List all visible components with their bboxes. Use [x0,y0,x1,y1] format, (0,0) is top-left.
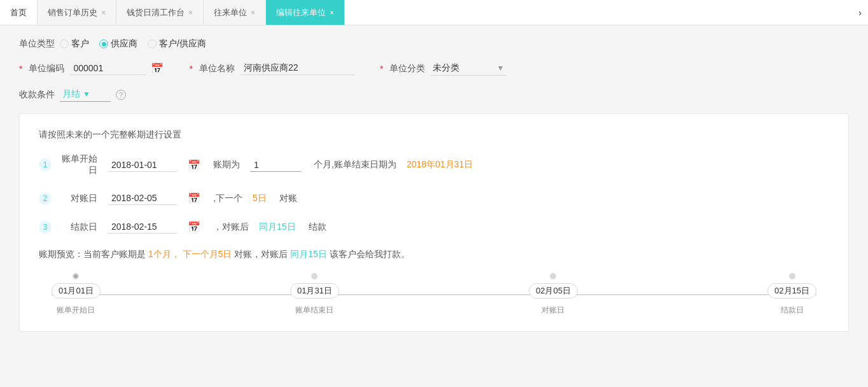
step-suffix-3-pre: ，对账后 [213,222,249,233]
timeline-dot-start [73,273,79,279]
payment-condition-field: 收款条件 月结 ▼ ? [19,87,126,102]
step-suffix-2-post: 对账 [279,193,297,204]
step-suffix-2-pre: ,下一个 [213,193,242,204]
required-star-2: * [189,64,192,74]
unit-category-label: 单位分类 [389,63,425,74]
timeline-dot-4 [789,273,795,279]
unit-type-label: 单位类型 [19,38,55,50]
main-content: 单位类型 客户 供应商 客户/供应商 * 单位编码 [0,25,868,387]
step-row-3: 3 结款日 📅 ，对账后 同月15日 结款 [39,220,829,234]
unit-name-label: 单位名称 [199,63,235,74]
radio-label-customer: 客户 [71,38,89,50]
unit-type-field: 单位类型 客户 供应商 客户/供应商 [19,38,206,50]
calendar-icon-2[interactable]: 📅 [188,192,200,204]
payment-condition-select[interactable]: 月结 ▼ [60,87,111,102]
tab-cash-work[interactable]: 钱货日清工作台 × [116,0,204,25]
settings-card: 请按照未来的一个完整帐期进行设置 1 账单开始日 📅 账期为 个月,账单结束日期… [19,113,849,332]
step-period-prefix: 账期为 [213,159,240,171]
radio-circle-both [148,39,157,48]
preview-part2: 下一个月5日 [183,249,232,259]
radio-supplier[interactable]: 供应商 [99,38,137,50]
timeline-dot-2 [311,273,318,279]
calendar-icon-1[interactable]: 📅 [188,159,200,171]
chevron-right-icon: › [858,8,862,18]
timeline: 01月01日 账单开始日 01月31日 账单结束日 02月05日 对账日 [39,273,829,316]
unit-code-field: * 单位编码 📅 [19,62,164,75]
step-row-1: 1 账单开始日 📅 账期为 个月,账单结束日期为 2018年01月31日 [39,153,829,176]
close-icon[interactable]: × [251,8,255,17]
step-period-input[interactable] [250,158,301,172]
step-row-2: 2 对账日 📅 ,下一个 5日 对账 [39,192,829,205]
unit-type-row: 单位类型 客户 供应商 客户/供应商 [19,38,849,50]
card-description: 请按照未来的一个完整帐期进行设置 [39,129,829,141]
unit-code-input[interactable] [69,62,146,75]
period-end-date: 2018年01月31日 [407,159,473,171]
preview-mid: 对账，对账后 [234,249,288,259]
preview-text: 账期预览：当前客户账期是 1个月， 下一个月5日 对账，对账后 同月15日 该客… [39,249,829,260]
radio-group: 客户 供应商 客户/供应商 [60,38,206,50]
required-star-3: * [380,64,383,74]
timeline-label-4: 结款日 [781,305,804,316]
timeline-label-1: 账单开始日 [57,305,95,316]
step-period-suffix: 个月,账单结束日期为 [314,159,396,171]
unit-info-row: * 单位编码 📅 * 单位名称 * 单位分类 未分类 ▼ [19,61,849,76]
radio-customer[interactable]: 客户 [60,38,89,50]
help-icon[interactable]: ? [116,90,126,100]
close-icon[interactable]: × [330,8,334,17]
chevron-down-icon: ▼ [496,64,504,73]
calendar-icon-3[interactable]: 📅 [188,221,200,233]
timeline-node-reconcile: 02月05日 对账日 [529,273,578,316]
timeline-badge-3: 02月05日 [529,283,578,299]
radio-label-supplier: 供应商 [111,38,137,50]
step-num-2: 2 [39,192,52,205]
unit-name-field: * 单位名称 [189,62,354,75]
timeline-node-start: 01月01日 账单开始日 [52,273,101,316]
timeline-nodes: 01月01日 账单开始日 01月31日 账单结束日 02月05日 对账日 [52,273,816,316]
preview-end: 该客户会给我打款。 [330,249,410,259]
timeline-badge-4: 02月15日 [767,283,816,299]
unit-category-select[interactable]: 未分类 ▼ [430,61,507,76]
timeline-dot-3 [550,273,556,279]
payment-condition-row: 收款条件 月结 ▼ ? [19,87,849,102]
chevron-down-icon-2: ▼ [83,90,90,99]
tab-more[interactable]: › [852,0,868,25]
required-star: * [19,64,22,74]
step-suffix-3-highlight: 同月15日 [259,222,296,233]
radio-circle-customer [60,39,69,48]
payment-condition-value: 月结 [62,88,80,100]
tab-bar: 首页 销售订单历史 × 钱货日清工作台 × 往来单位 × 编辑往来单位 × › [0,0,868,25]
timeline-node-payment: 02月15日 结款日 [767,273,816,316]
step-date-input-1[interactable] [108,158,178,172]
tab-sales-history[interactable]: 销售订单历史 × [38,0,116,25]
step-num-1: 1 [39,158,52,171]
radio-both[interactable]: 客户/供应商 [148,38,206,50]
step-num-3: 3 [39,221,52,234]
unit-category-field: * 单位分类 未分类 ▼ [380,61,507,76]
step-date-input-2[interactable] [108,192,178,205]
tab-home[interactable]: 首页 [0,0,38,25]
calendar-icon[interactable]: 📅 [151,62,164,74]
close-icon[interactable]: × [101,8,106,17]
preview-label: 账期预览：当前客户账期是 [39,249,146,259]
step-suffix-3-post: 结款 [309,222,326,233]
unit-name-input[interactable] [240,62,354,75]
step-label-1: 账单开始日 [62,153,97,176]
payment-condition-label: 收款条件 [19,89,55,101]
step-label-3: 结款日 [62,222,97,233]
preview-part1: 1个月， [148,249,180,259]
timeline-node-end: 01月31日 账单结束日 [290,273,339,316]
step-label-2: 对账日 [62,193,97,204]
timeline-badge-2: 01月31日 [290,283,339,299]
radio-circle-supplier [99,39,108,48]
tab-edit-partner[interactable]: 编辑往来单位 × [266,0,345,25]
unit-category-value: 未分类 [433,62,494,74]
timeline-label-2: 账单结束日 [295,305,333,316]
unit-code-label: 单位编码 [29,63,64,74]
timeline-badge-1: 01月01日 [52,283,101,299]
tab-partners[interactable]: 往来单位 × [204,0,266,25]
close-icon[interactable]: × [188,8,193,17]
preview-part3: 同月15日 [290,249,327,259]
step-date-input-3[interactable] [108,220,178,234]
step-suffix-2-highlight: 5日 [253,193,267,204]
timeline-label-3: 对账日 [542,305,564,316]
